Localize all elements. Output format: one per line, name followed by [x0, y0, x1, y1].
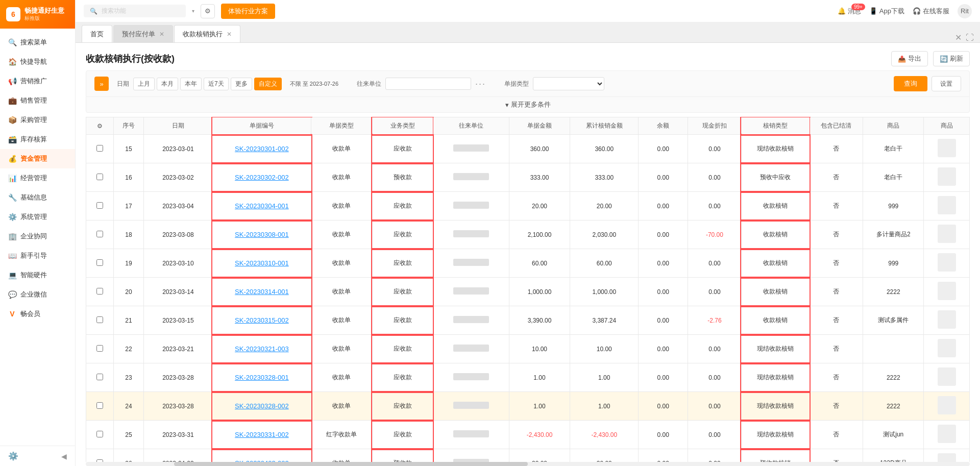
collapse-icon[interactable]: ◀: [61, 452, 67, 460]
filter-partner-input[interactable]: [385, 78, 471, 90]
row-checkbox[interactable]: [96, 316, 103, 323]
cell-settings[interactable]: [86, 249, 114, 278]
sidebar-item-hardware[interactable]: 💻 智能硬件: [0, 265, 75, 285]
table-row[interactable]: 19 2023-03-10 SK-20230310-001 收款单 应收款 60…: [86, 249, 970, 278]
filter-date-this-month[interactable]: 本月: [157, 78, 178, 90]
sidebar-item-quick[interactable]: 🏠 快捷导航: [0, 52, 75, 71]
cell-settings[interactable]: [86, 392, 114, 421]
cell-cum-amount: 1.00: [570, 392, 639, 421]
cell-settings[interactable]: [86, 278, 114, 306]
refresh-button[interactable]: 🔄 刷新: [933, 51, 970, 66]
order-no-link[interactable]: SK-20230315-002: [235, 316, 289, 324]
order-no-link[interactable]: SK-20230304-001: [235, 202, 289, 210]
order-no-link[interactable]: SK-20230302-002: [235, 174, 289, 181]
user-avatar[interactable]: Rit: [958, 4, 972, 18]
table-row[interactable]: 20 2023-03-14 SK-20230314-001 收款单 应收款 1,…: [86, 278, 970, 306]
sidebar-item-base[interactable]: 🔧 基础信息: [0, 188, 75, 207]
topbar-search[interactable]: 🔍 搜索功能: [84, 5, 186, 17]
order-no-link[interactable]: SK-20230301-002: [235, 145, 289, 153]
sidebar-item-guide[interactable]: 📖 新手引导: [0, 246, 75, 265]
cell-settings[interactable]: [86, 449, 114, 462]
sidebar-item-sales[interactable]: 💼 销售管理: [0, 91, 75, 110]
filter-date-this-year[interactable]: 本年: [180, 78, 202, 90]
row-checkbox[interactable]: [96, 402, 103, 409]
row-checkbox[interactable]: [96, 145, 103, 152]
order-no-link[interactable]: SK-20230321-003: [235, 345, 289, 353]
sidebar-item-marketing[interactable]: 📢 营销推广: [0, 71, 75, 91]
query-button[interactable]: 查询: [894, 76, 927, 91]
table-row[interactable]: 24 2023-03-28 SK-20230328-002 收款单 应收款 1.…: [86, 392, 970, 421]
filter-expand-more[interactable]: ▾ 展开更多条件: [86, 96, 969, 112]
filter-date-custom[interactable]: 自定义: [254, 78, 282, 90]
cell-cum-amount: 10.00: [570, 335, 639, 363]
online-service-button[interactable]: 🎧 在线客服: [913, 7, 949, 16]
table-scrollbar-thumb[interactable]: [174, 462, 528, 466]
col-settings-header[interactable]: ⚙: [86, 117, 114, 135]
cell-settings[interactable]: [86, 335, 114, 363]
cell-settings[interactable]: [86, 421, 114, 449]
tab-prepay[interactable]: 预付应付单 ✕: [113, 25, 173, 42]
table-row[interactable]: 25 2023-03-31 SK-20230331-002 红字收款单 应收款 …: [86, 421, 970, 449]
expand-tab-icon[interactable]: ⛶: [966, 33, 974, 42]
table-scrollbar[interactable]: [86, 462, 970, 466]
industry-solution-button[interactable]: 体验行业方案: [221, 4, 275, 19]
table-row[interactable]: 16 2023-03-02 SK-20230302-002 收款单 预收款 33…: [86, 163, 970, 192]
row-checkbox[interactable]: [96, 345, 103, 352]
cell-settings[interactable]: [86, 163, 114, 192]
sidebar-item-finance[interactable]: 💰 资金管理: [0, 149, 75, 168]
table-row[interactable]: 26 2023-04-03 SK-20230403-002 收款单 预收款 20…: [86, 449, 970, 462]
sidebar-item-wechat[interactable]: 💬 企业微信: [0, 285, 75, 304]
filter-date-last-month[interactable]: 上月: [133, 78, 155, 90]
order-no-link[interactable]: SK-20230314-001: [235, 288, 289, 296]
table-row[interactable]: 21 2023-03-15 SK-20230315-002 收款单 应收款 3,…: [86, 306, 970, 335]
filter-dots-icon[interactable]: ···: [475, 79, 486, 89]
tab-home-label: 首页: [90, 30, 104, 39]
tab-home[interactable]: 首页: [82, 25, 112, 42]
table-row[interactable]: 17 2023-03-04 SK-20230304-001 收款单 应收款 20…: [86, 192, 970, 220]
order-no-link[interactable]: SK-20230331-002: [235, 431, 289, 438]
row-checkbox[interactable]: [96, 288, 103, 295]
filter-expand-button[interactable]: »: [94, 77, 109, 91]
row-checkbox[interactable]: [96, 374, 103, 380]
filter-doctype-select[interactable]: [533, 77, 604, 90]
order-no-link[interactable]: SK-20230328-002: [235, 402, 289, 410]
cell-settings[interactable]: [86, 306, 114, 335]
topbar-gear-button[interactable]: ⚙: [201, 4, 215, 18]
sidebar-item-system[interactable]: ⚙️ 系统管理: [0, 207, 75, 227]
order-no-link[interactable]: SK-20230310-001: [235, 259, 289, 267]
app-download-button[interactable]: 📱 App下载: [869, 7, 904, 16]
sidebar-item-purchase[interactable]: 📦 采购管理: [0, 110, 75, 130]
export-button[interactable]: 📤 导出: [891, 51, 928, 66]
filter-date-more[interactable]: 更多: [231, 78, 252, 90]
order-no-link[interactable]: SK-20230328-001: [235, 374, 289, 381]
row-checkbox[interactable]: [96, 202, 103, 209]
table-row[interactable]: 22 2023-03-21 SK-20230321-003 收款单 应收款 10…: [86, 335, 970, 363]
cell-settings[interactable]: [86, 220, 114, 249]
row-checkbox[interactable]: [96, 174, 103, 180]
cell-settings[interactable]: [86, 135, 114, 163]
cell-cum-amount: 20.00: [570, 449, 639, 462]
row-checkbox[interactable]: [96, 231, 103, 237]
table-row[interactable]: 15 2023-03-01 SK-20230301-002 收款单 应收款 36…: [86, 135, 970, 163]
sidebar-item-member[interactable]: V 畅会员: [0, 304, 75, 324]
sidebar-item-ops[interactable]: 📊 经营管理: [0, 168, 75, 188]
sidebar-item-inventory[interactable]: 🗃️ 库存核算: [0, 130, 75, 149]
tab-prepay-close-icon[interactable]: ✕: [159, 31, 164, 38]
tab-verify-close-icon[interactable]: ✕: [227, 31, 232, 38]
table-row[interactable]: 18 2023-03-08 SK-20230308-001 收款单 应收款 2,…: [86, 220, 970, 249]
notification-button[interactable]: 🔔 消息 99+: [838, 7, 861, 16]
close-tab-icon[interactable]: ✕: [955, 33, 962, 42]
order-no-link[interactable]: SK-20230308-001: [235, 231, 289, 238]
row-checkbox[interactable]: [96, 431, 103, 437]
topbar-chevron-icon[interactable]: ▾: [192, 8, 194, 14]
table-row[interactable]: 23 2023-03-28 SK-20230328-001 收款单 应收款 1.…: [86, 363, 970, 392]
cell-settings[interactable]: [86, 363, 114, 392]
setting-button[interactable]: 设置: [932, 76, 961, 91]
settings-icon[interactable]: ⚙️: [8, 451, 18, 461]
filter-date-7days[interactable]: 近7天: [204, 78, 229, 90]
cell-settings[interactable]: [86, 192, 114, 220]
sidebar-item-search[interactable]: 🔍 搜索菜单: [0, 33, 75, 52]
tab-verify[interactable]: 收款核销执行 ✕: [174, 25, 240, 42]
row-checkbox[interactable]: [96, 259, 103, 266]
sidebar-item-corp[interactable]: 🏢 企业协同: [0, 227, 75, 246]
